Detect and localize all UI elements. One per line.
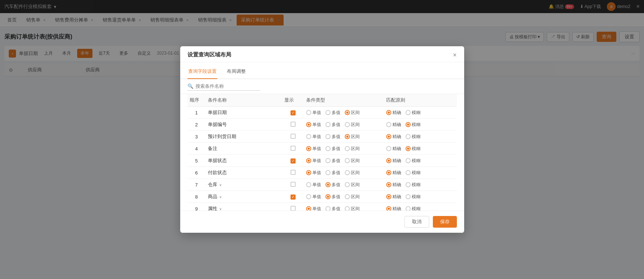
cell-display xyxy=(282,119,304,131)
radio-circle-icon xyxy=(406,170,411,175)
cell-order: 7 xyxy=(187,179,206,191)
radio-type-multi[interactable]: 多值 xyxy=(325,170,340,176)
search-input[interactable] xyxy=(195,83,254,89)
radio-circle-icon xyxy=(325,146,331,151)
display-checkbox[interactable] xyxy=(291,146,296,151)
radio-type-multi[interactable]: 多值 xyxy=(325,158,340,164)
cell-match: 精确模糊 xyxy=(384,119,457,131)
radio-match-exact[interactable]: 精确 xyxy=(386,158,401,164)
cell-match: 精确模糊 xyxy=(384,155,457,167)
radio-circle-icon xyxy=(386,194,391,199)
cell-name: 单据状态 xyxy=(206,155,282,167)
chevron-down-icon[interactable]: ∨ xyxy=(219,207,222,211)
cell-order: 3 xyxy=(187,131,206,143)
radio-match-fuzzy[interactable]: 模糊 xyxy=(406,170,420,176)
radio-type-range[interactable]: 区间 xyxy=(345,170,360,176)
cell-order: 1 xyxy=(187,107,206,119)
save-button[interactable]: 保存 xyxy=(433,216,457,228)
radio-circle-icon xyxy=(325,122,331,127)
radio-type-single[interactable]: 单值 xyxy=(306,134,321,140)
radio-match-exact[interactable]: 精确 xyxy=(386,122,401,128)
radio-circle-icon xyxy=(325,194,331,199)
radio-circle-icon xyxy=(406,122,411,127)
radio-type-single[interactable]: 单值 xyxy=(306,122,321,128)
radio-type-multi[interactable]: 多值 xyxy=(325,122,340,128)
radio-type-range[interactable]: 区间 xyxy=(345,134,360,140)
radio-match-fuzzy[interactable]: 模糊 xyxy=(406,194,420,200)
radio-type-multi[interactable]: 多值 xyxy=(325,146,340,152)
radio-type-single[interactable]: 单值 xyxy=(306,146,321,152)
cell-display: ✓ xyxy=(282,191,304,203)
radio-type-range[interactable]: 区间 xyxy=(345,110,360,116)
display-checkbox[interactable] xyxy=(291,122,296,127)
radio-type-range[interactable]: 区间 xyxy=(345,206,360,211)
display-checkbox[interactable]: ✓ xyxy=(291,110,296,115)
cancel-button[interactable]: 取消 xyxy=(404,216,429,228)
display-checkbox[interactable]: ✓ xyxy=(291,194,296,200)
radio-type-range[interactable]: 区间 xyxy=(345,122,360,128)
radio-circle-icon xyxy=(345,194,350,199)
chevron-down-icon[interactable]: ∨ xyxy=(219,195,222,199)
cell-name: 单据编号 xyxy=(206,119,282,131)
cell-display: ✓ xyxy=(282,155,304,167)
cell-display xyxy=(282,131,304,143)
radio-match-fuzzy[interactable]: 模糊 xyxy=(406,122,420,128)
radio-type-range[interactable]: 区间 xyxy=(345,146,360,152)
dialog-tab-fields[interactable]: 查询字段设置 xyxy=(187,66,217,79)
radio-circle-icon xyxy=(306,170,311,175)
radio-type-single[interactable]: 单值 xyxy=(306,194,321,200)
overlay: 设置查询区域布局 × 查询字段设置 布局调整 🔍 xyxy=(0,0,644,279)
radio-circle-icon xyxy=(306,134,311,139)
radio-circle-icon xyxy=(406,194,411,199)
radio-match-fuzzy[interactable]: 模糊 xyxy=(406,182,420,188)
radio-type-single[interactable]: 单值 xyxy=(306,158,321,164)
th-match: 匹配原则 xyxy=(384,94,457,107)
display-checkbox[interactable] xyxy=(291,170,296,175)
radio-type-range[interactable]: 区间 xyxy=(345,194,360,200)
radio-match-exact[interactable]: 精确 xyxy=(386,206,401,211)
main-area: 采购订单统计表(按供应商) 🖨 按模板打印 ▾ ↗ 导出 ↺ 刷新 查询 设置 … xyxy=(0,27,644,279)
radio-type-range[interactable]: 区间 xyxy=(345,158,360,164)
radio-circle-icon xyxy=(325,182,331,187)
cell-order: 5 xyxy=(187,155,206,167)
table-row: 4备注单值多值区间精确模糊 xyxy=(187,143,457,155)
radio-circle-icon xyxy=(306,182,311,187)
radio-type-single[interactable]: 单值 xyxy=(306,206,321,211)
radio-match-exact[interactable]: 精确 xyxy=(386,146,401,152)
radio-match-fuzzy[interactable]: 模糊 xyxy=(406,158,420,164)
cell-display: ✓ xyxy=(282,107,304,119)
dialog-tab-layout[interactable]: 布局调整 xyxy=(226,66,246,79)
radio-match-exact[interactable]: 精确 xyxy=(386,182,401,188)
dialog-body: 顺序 条件名称 显示 条件类型 匹配原则 1单据日期✓单值多值区间精确模糊2单据… xyxy=(180,94,464,211)
radio-circle-icon xyxy=(345,158,350,163)
radio-type-single[interactable]: 单值 xyxy=(306,182,321,188)
radio-match-exact[interactable]: 精确 xyxy=(386,110,401,116)
display-checkbox[interactable] xyxy=(291,206,296,211)
radio-match-fuzzy[interactable]: 模糊 xyxy=(406,206,420,211)
dialog-close-button[interactable]: × xyxy=(453,52,457,58)
radio-match-exact[interactable]: 精确 xyxy=(386,134,401,140)
radio-type-multi[interactable]: 多值 xyxy=(325,194,340,200)
radio-match-fuzzy[interactable]: 模糊 xyxy=(406,110,420,116)
display-checkbox[interactable] xyxy=(291,134,296,139)
cell-name: 商品 ∨ xyxy=(206,191,282,203)
chevron-down-icon[interactable]: ∨ xyxy=(219,183,222,187)
display-checkbox[interactable]: ✓ xyxy=(291,158,296,164)
radio-type-multi[interactable]: 多值 xyxy=(325,182,340,188)
conditions-table-scroll: 顺序 条件名称 显示 条件类型 匹配原则 1单据日期✓单值多值区间精确模糊2单据… xyxy=(187,94,457,211)
radio-type-single[interactable]: 单值 xyxy=(306,110,321,116)
radio-circle-icon xyxy=(386,134,391,139)
radio-circle-icon xyxy=(345,122,350,127)
radio-type-multi[interactable]: 多值 xyxy=(325,134,340,140)
radio-match-exact[interactable]: 精确 xyxy=(386,170,401,176)
radio-type-multi[interactable]: 多值 xyxy=(325,110,340,116)
display-checkbox[interactable] xyxy=(291,182,296,187)
cell-match: 精确模糊 xyxy=(384,143,457,155)
radio-type-multi[interactable]: 多值 xyxy=(325,206,340,211)
cell-type: 单值多值区间 xyxy=(304,119,384,131)
radio-match-exact[interactable]: 精确 xyxy=(386,194,401,200)
radio-type-single[interactable]: 单值 xyxy=(306,170,321,176)
radio-match-fuzzy[interactable]: 模糊 xyxy=(406,146,420,152)
radio-match-fuzzy[interactable]: 模糊 xyxy=(406,134,420,140)
radio-type-range[interactable]: 区间 xyxy=(345,182,360,188)
